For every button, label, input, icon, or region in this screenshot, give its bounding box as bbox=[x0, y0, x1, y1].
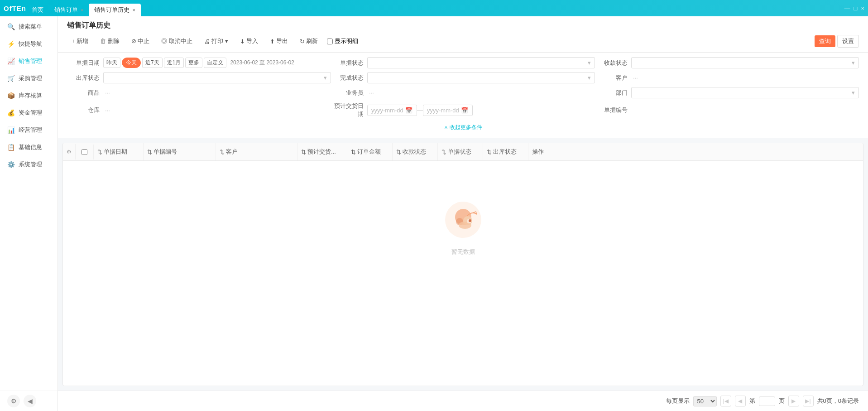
sidebar-item-system[interactable]: ⚙️ 系统管理 bbox=[0, 156, 58, 173]
topbar-maximize-icon[interactable]: □ bbox=[854, 5, 858, 12]
th-settings[interactable]: ⚙ bbox=[63, 144, 76, 160]
table-area: ⚙ ⇅ 单据日期 ⇅ 单据编号 ⇅ 客户 ⇅ 预计交货. bbox=[62, 143, 863, 386]
import-icon: ⬇ bbox=[240, 38, 245, 45]
tab-sales-order[interactable]: 销售订单 × bbox=[49, 4, 89, 16]
cancel-stop-button[interactable]: ◎ 取消中止 bbox=[157, 35, 197, 47]
print-button[interactable]: 🖨 🖨 打印 打印 ▾ bbox=[200, 35, 233, 47]
topbar-close-icon[interactable]: × bbox=[861, 5, 864, 12]
stop-button[interactable]: ⊘ 中止 bbox=[127, 35, 154, 47]
tab-home-label: 首页 bbox=[32, 6, 43, 14]
first-page-btn[interactable]: |◀ bbox=[720, 396, 731, 406]
last-page-btn[interactable]: ▶| bbox=[803, 396, 814, 406]
th-amount-sort[interactable]: ⇅ bbox=[351, 149, 356, 155]
th-amount: ⇅ 订单金额 bbox=[347, 143, 393, 160]
order-status-select[interactable]: ▾ bbox=[367, 57, 595, 68]
import-button[interactable]: ⬇ 导入 bbox=[235, 35, 263, 47]
date-1month-btn[interactable]: 近1月 bbox=[164, 58, 184, 68]
calendar-icon-end: 📅 bbox=[461, 107, 468, 114]
shortcut-icon: ⚡ bbox=[7, 40, 15, 48]
dept-label: 部门 bbox=[595, 89, 631, 97]
select-all-checkbox[interactable] bbox=[82, 149, 87, 155]
page-label-pre: 第 bbox=[749, 397, 755, 405]
sidebar-item-search[interactable]: 🔍 搜索菜单 bbox=[0, 18, 58, 35]
payment-status-select[interactable]: ▾ bbox=[631, 57, 859, 68]
empty-illustration bbox=[441, 197, 486, 242]
sidebar-item-inventory[interactable]: 📦 库存核算 bbox=[0, 87, 58, 104]
customer-dots[interactable]: ··· bbox=[631, 74, 640, 81]
goods-dots[interactable]: ··· bbox=[103, 89, 112, 96]
th-date-sort[interactable]: ⇅ bbox=[97, 149, 102, 155]
sidebar-collapse-btn[interactable]: ◀ bbox=[24, 395, 36, 407]
delete-button[interactable]: 🗑 删除 bbox=[96, 35, 124, 47]
search-icon: 🔍 bbox=[7, 23, 15, 30]
th-order-no: ⇅ 单据编号 bbox=[144, 143, 216, 160]
sidebar-settings-btn[interactable]: ⚙ bbox=[7, 395, 20, 407]
date-7days-btn[interactable]: 近7天 bbox=[142, 58, 163, 68]
sidebar-item-finance[interactable]: 💰 资金管理 bbox=[0, 104, 58, 121]
payment-status-arrow: ▾ bbox=[852, 59, 855, 66]
delivery-date-end[interactable]: yyyy-mm-dd 📅 bbox=[423, 105, 473, 116]
next-page-btn[interactable]: ▶ bbox=[788, 396, 799, 406]
th-order-sort[interactable]: ⇅ bbox=[441, 149, 446, 155]
delivery-date-start-text: yyyy-mm-dd bbox=[371, 107, 403, 114]
th-no-sort[interactable]: ⇅ bbox=[147, 149, 152, 155]
date-control: 昨天 今天 近7天 近1月 更多 自定义 2023-06-02 至 2023-0… bbox=[103, 58, 331, 68]
sidebar-item-shortcuts-label: 快捷导航 bbox=[19, 40, 42, 48]
complete-status-arrow: ▾ bbox=[588, 74, 591, 81]
th-customer-sort[interactable]: ⇅ bbox=[220, 149, 225, 155]
finance-icon: 💰 bbox=[7, 109, 15, 116]
th-out-sort[interactable]: ⇅ bbox=[487, 149, 492, 155]
delivery-date-end-text: yyyy-mm-dd bbox=[427, 107, 459, 114]
warehouse-label: 仓库 bbox=[67, 106, 103, 114]
export-button[interactable]: ⬆ 导出 bbox=[265, 35, 293, 47]
topbar-minimize-icon[interactable]: — bbox=[844, 5, 850, 12]
page-input[interactable]: 1 bbox=[759, 396, 775, 406]
sidebar-item-search-label: 搜索菜单 bbox=[19, 23, 42, 31]
tab-home[interactable]: 首页 bbox=[26, 4, 49, 16]
sidebar-item-purchase[interactable]: 🛒 采购管理 bbox=[0, 70, 58, 87]
th-pay-status: ⇅ 收款状态 bbox=[393, 143, 438, 160]
dept-select[interactable]: ▾ bbox=[631, 87, 859, 98]
delivery-date-start[interactable]: yyyy-mm-dd 📅 bbox=[367, 105, 417, 116]
date-custom-btn[interactable]: 自定义 bbox=[204, 58, 226, 68]
customer-label: 客户 bbox=[595, 74, 631, 82]
sidebar-item-sales[interactable]: 📈 销售管理 bbox=[0, 53, 58, 70]
query-button[interactable]: 查询 bbox=[815, 35, 835, 47]
empty-state: 暂无数据 bbox=[63, 161, 863, 292]
sidebar-item-purchase-label: 采购管理 bbox=[19, 74, 42, 82]
out-status-select[interactable]: ▾ bbox=[103, 72, 331, 83]
out-status-arrow: ▾ bbox=[324, 74, 327, 81]
tab-sales-history[interactable]: 销售订单历史 × bbox=[89, 4, 140, 16]
filter-row-1: 单据日期 昨天 今天 近7天 近1月 更多 自定义 2023-06-02 至 2… bbox=[67, 57, 859, 68]
salesperson-dots[interactable]: ··· bbox=[367, 89, 376, 96]
show-detail-checkbox[interactable] bbox=[327, 39, 333, 44]
table-header: ⚙ ⇅ 单据日期 ⇅ 单据编号 ⇅ 客户 ⇅ 预计交货. bbox=[63, 143, 863, 161]
warehouse-dots[interactable]: ··· bbox=[103, 107, 112, 114]
new-button[interactable]: + 新增 bbox=[67, 35, 93, 47]
show-detail-label: 显示明细 bbox=[335, 37, 358, 45]
filter-row-2: 出库状态 ▾ 完成状态 ▾ 客户 ··· bbox=[67, 72, 859, 83]
tab-sales-order-close[interactable]: × bbox=[81, 7, 83, 13]
th-pay-sort[interactable]: ⇅ bbox=[396, 149, 401, 155]
pagination-bar: 每页显示 50 20 100 |◀ ◀ 第 1 页 ▶ ▶| 共0页，0条记录 bbox=[58, 391, 868, 411]
date-yesterday-btn[interactable]: 昨天 bbox=[103, 58, 120, 68]
prev-page-btn[interactable]: ◀ bbox=[735, 396, 746, 406]
sidebar-item-operations[interactable]: 📊 经营管理 bbox=[0, 121, 58, 139]
per-page-select[interactable]: 50 20 100 bbox=[693, 396, 717, 406]
sidebar-item-finance-label: 资金管理 bbox=[19, 109, 42, 117]
purchase-icon: 🛒 bbox=[7, 75, 15, 82]
th-delivery-sort[interactable]: ⇅ bbox=[301, 149, 306, 155]
collapse-bar[interactable]: ∧ 收起更多条件 bbox=[67, 122, 859, 133]
date-more-btn[interactable]: 更多 bbox=[185, 58, 202, 68]
refresh-button[interactable]: ↻ 刷新 bbox=[295, 35, 322, 47]
date-today-btn[interactable]: 今天 bbox=[122, 58, 141, 68]
settings-button[interactable]: 设置 bbox=[837, 35, 859, 48]
sidebar-item-shortcuts[interactable]: ⚡ 快捷导航 bbox=[0, 35, 58, 53]
th-checkbox bbox=[76, 145, 94, 160]
complete-status-select[interactable]: ▾ bbox=[367, 72, 595, 83]
export-icon: ⬆ bbox=[270, 38, 275, 45]
date-range-text: 2023-06-02 至 2023-06-02 bbox=[230, 59, 294, 67]
tab-sales-history-close[interactable]: × bbox=[132, 7, 135, 13]
filter-row-4: 仓库 ··· 预计交货日期 yyyy-mm-dd 📅 — yyyy-mm-dd … bbox=[67, 102, 859, 118]
sidebar-item-basic-info[interactable]: 📋 基础信息 bbox=[0, 139, 58, 156]
